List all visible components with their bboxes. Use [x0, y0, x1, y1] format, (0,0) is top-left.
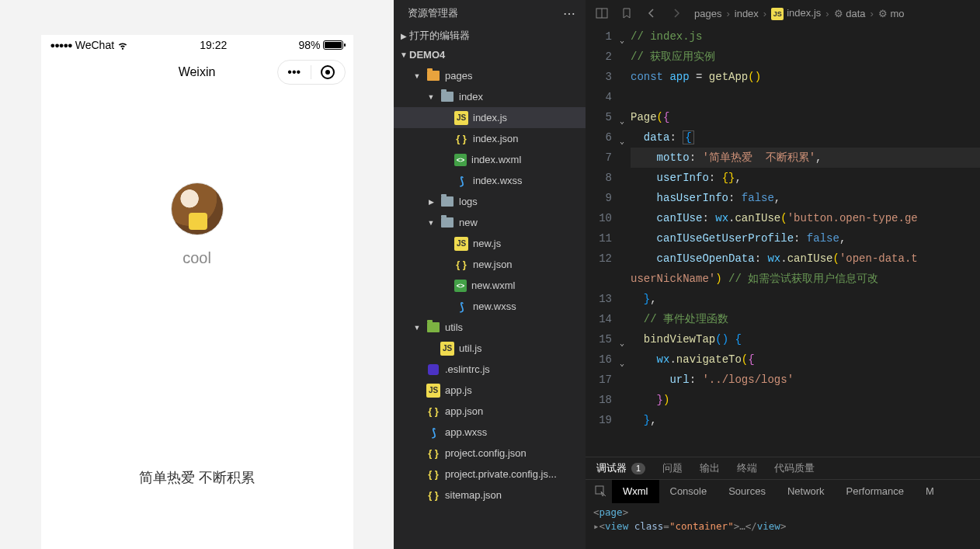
- breadcrumb-segment[interactable]: index: [735, 8, 759, 19]
- file-row[interactable]: JSutil.js: [394, 338, 586, 359]
- breadcrumb-segment[interactable]: pages: [694, 8, 721, 19]
- file-row[interactable]: .eslintrc.js: [394, 359, 586, 380]
- tree-label: .eslintrc.js: [445, 363, 490, 375]
- panel-tab[interactable]: 终端: [737, 461, 757, 475]
- signal-dots-icon: ●●●●●: [50, 40, 72, 50]
- capsule-button[interactable]: •••: [277, 60, 346, 85]
- status-bar: ●●●●● WeChat 19:22 98%: [41, 35, 353, 55]
- breadcrumb-segment[interactable]: JSindex.js: [771, 7, 821, 20]
- devtool-tabs: WxmlConsoleSourcesNetworkPerformanceM: [586, 479, 980, 502]
- code-editor[interactable]: 1⌄2345⌄6⌄789101112131415⌄16⌄171819 // in…: [586, 26, 980, 457]
- motto-label: 简单热爱 不断积累: [41, 468, 353, 487]
- bookmark-icon[interactable]: [620, 6, 634, 20]
- carrier-label: WeChat: [75, 39, 114, 51]
- explorer-header: 资源管理器 ⋯: [394, 0, 586, 26]
- devtool-tab[interactable]: Wxml: [612, 480, 659, 503]
- file-row[interactable]: ⟆index.wxss: [394, 170, 586, 191]
- tree-label: project.config.json: [445, 447, 526, 459]
- file-row[interactable]: ⟆new.wxss: [394, 296, 586, 317]
- tree-label: index.wxml: [471, 154, 521, 165]
- tree-label: app.wxss: [445, 426, 487, 438]
- tree-label: utils: [445, 321, 463, 333]
- simulator-pane: ●●●●● WeChat 19:22 98% Weixin ••• cool 简…: [0, 0, 394, 549]
- wxml-output[interactable]: <page>▸<view class="container">…</view>: [586, 502, 980, 549]
- project-section[interactable]: ▼ DEMO4: [394, 45, 586, 64]
- file-row[interactable]: { }app.json: [394, 401, 586, 422]
- tree-label: new: [459, 217, 478, 228]
- explorer-more-icon[interactable]: ⋯: [563, 6, 576, 21]
- project-name-label: DEMO4: [409, 49, 445, 61]
- file-row[interactable]: { }project.private.config.js...: [394, 464, 586, 485]
- tree-label: new.js: [473, 238, 501, 249]
- tree-label: index.wxss: [473, 175, 523, 186]
- file-row[interactable]: <>new.wxml: [394, 275, 586, 296]
- nav-bar: Weixin •••: [41, 55, 353, 89]
- file-row[interactable]: JSnew.js: [394, 233, 586, 254]
- explorer-pane: 资源管理器 ⋯ ▶ 打开的编辑器 ▼ DEMO4 ▼pages▼indexJSi…: [394, 0, 586, 549]
- chevron-down-icon: ▼: [398, 50, 409, 59]
- devtool-tab[interactable]: M: [915, 480, 945, 503]
- devtool-tab[interactable]: Console: [659, 480, 718, 503]
- breadcrumb[interactable]: pages›index›JSindex.js›⚙ data›⚙ mo: [694, 7, 905, 20]
- twisty-icon: ▼: [412, 324, 422, 332]
- tree-label: project.private.config.js...: [445, 468, 557, 480]
- element-picker-icon[interactable]: [590, 485, 612, 498]
- editor-pane: pages›index›JSindex.js›⚙ data›⚙ mo 1⌄234…: [586, 0, 980, 549]
- capsule-menu-icon[interactable]: •••: [278, 65, 311, 79]
- file-row[interactable]: { }sitemap.json: [394, 485, 586, 506]
- devtool-tab[interactable]: Sources: [718, 480, 777, 503]
- panel-tab[interactable]: 调试器1: [596, 461, 645, 475]
- tree-label: index.js: [473, 112, 507, 123]
- wifi-icon: [117, 40, 128, 50]
- tree-label: util.js: [459, 342, 482, 354]
- folder-row[interactable]: ▶logs: [394, 191, 586, 212]
- panel-tab[interactable]: 问题: [662, 461, 683, 475]
- folder-row[interactable]: ▼utils: [394, 317, 586, 338]
- code-lines[interactable]: // index.js// 获取应用实例const app = getApp()…: [631, 26, 980, 457]
- tree-label: pages: [445, 70, 472, 82]
- nickname-label: cool: [182, 249, 211, 267]
- tree-label: index: [459, 91, 483, 103]
- file-row[interactable]: <>index.wxml: [394, 149, 586, 170]
- panel-tab[interactable]: 代码质量: [774, 461, 815, 475]
- editor-toolbar: pages›index›JSindex.js›⚙ data›⚙ mo: [586, 0, 980, 26]
- tree-label: sitemap.json: [445, 489, 502, 501]
- file-row[interactable]: ⟆app.wxss: [394, 422, 586, 443]
- twisty-icon: ▼: [412, 72, 422, 80]
- chevron-right-icon: ▶: [398, 32, 409, 40]
- battery-icon: [323, 40, 343, 50]
- explorer-title: 资源管理器: [408, 6, 458, 20]
- tree-label: logs: [459, 196, 478, 207]
- open-editors-section[interactable]: ▶ 打开的编辑器: [394, 26, 586, 45]
- panel-tab[interactable]: 输出: [700, 461, 720, 475]
- tree-label: index.json: [473, 133, 519, 144]
- capsule-close-icon[interactable]: [311, 65, 345, 79]
- clock-label: 19:22: [200, 39, 227, 51]
- split-editor-icon[interactable]: [595, 6, 609, 20]
- twisty-icon: ▼: [426, 219, 436, 227]
- tree-label: new.wxml: [471, 280, 515, 291]
- file-row[interactable]: JSapp.js: [394, 380, 586, 401]
- panel-tabs: 调试器1问题输出终端代码质量: [586, 457, 980, 479]
- devtool-tab[interactable]: Performance: [836, 480, 915, 503]
- file-row[interactable]: { }index.json: [394, 128, 586, 149]
- phone-frame: ●●●●● WeChat 19:22 98% Weixin ••• cool 简…: [41, 35, 353, 549]
- folder-row[interactable]: ▼pages: [394, 65, 586, 86]
- avatar[interactable]: [171, 182, 224, 235]
- breadcrumb-segment[interactable]: ⚙ mo: [878, 8, 905, 19]
- file-row[interactable]: { }new.json: [394, 254, 586, 275]
- battery-pct-label: 98%: [298, 39, 320, 51]
- app-body: cool 简单热爱 不断积累: [41, 89, 353, 549]
- gutter[interactable]: 1⌄2345⌄6⌄789101112131415⌄16⌄171819: [586, 26, 631, 457]
- folder-row[interactable]: ▼index: [394, 86, 586, 107]
- debug-badge: 1: [631, 463, 645, 474]
- file-tree: ▼pages▼indexJSindex.js{ }index.json<>ind…: [394, 64, 586, 549]
- devtool-tab[interactable]: Network: [777, 480, 836, 503]
- file-row[interactable]: { }project.config.json: [394, 443, 586, 464]
- breadcrumb-segment[interactable]: ⚙ data: [834, 8, 866, 19]
- tree-label: new.wxss: [473, 301, 516, 312]
- file-row[interactable]: JSindex.js: [394, 107, 586, 128]
- nav-back-icon[interactable]: [645, 6, 659, 20]
- folder-row[interactable]: ▼new: [394, 212, 586, 233]
- nav-forward-icon[interactable]: [669, 6, 683, 20]
